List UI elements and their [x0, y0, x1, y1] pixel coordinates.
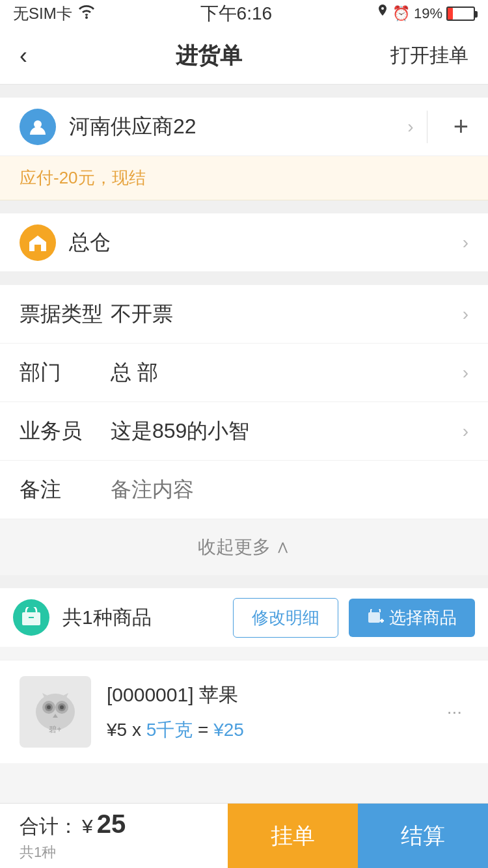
- divider-1: [0, 85, 488, 98]
- status-left: 无SIM卡: [13, 3, 96, 24]
- invoice-row[interactable]: 票据类型 不开票 ›: [0, 285, 488, 344]
- supplier-chevron-icon: ›: [407, 116, 413, 137]
- wifi-icon: [77, 5, 96, 23]
- invoice-card: 票据类型 不开票 ›: [0, 285, 488, 344]
- battery-icon: [446, 7, 475, 21]
- warehouse-card: 总仓 ›: [0, 213, 488, 272]
- svg-point-0: [85, 16, 88, 19]
- select-products-label: 选择商品: [389, 606, 457, 629]
- product-price: ¥5 x 5千克 = ¥25: [107, 718, 441, 742]
- divider-3: [0, 272, 488, 285]
- salesperson-value: 这是859的小智: [111, 417, 463, 446]
- department-label: 部门: [20, 359, 111, 387]
- supplier-name: 河南供应商22: [69, 113, 407, 141]
- product-info: [0000001] 苹果 ¥5 x 5千克 = ¥25: [107, 682, 441, 742]
- salesperson-row[interactable]: 业务员 这是859的小智 ›: [0, 402, 488, 461]
- product-qty: 5千克: [146, 720, 193, 740]
- warehouse-name: 总仓: [69, 228, 463, 257]
- open-pending-button[interactable]: 打开挂单: [390, 42, 468, 69]
- remark-input[interactable]: [111, 478, 468, 502]
- bottom-bar: 合计： ¥ 25 共1种 挂单 结算: [0, 803, 488, 868]
- remark-label: 备注: [20, 476, 111, 504]
- total-sub: 共1种: [20, 843, 208, 862]
- product-thumbnail: 碧+: [20, 676, 91, 748]
- svg-text:碧+: 碧+: [49, 725, 61, 734]
- warehouse-chevron-icon: ›: [463, 232, 468, 253]
- total-currency: ¥: [82, 815, 93, 837]
- invoice-value: 不开票: [111, 300, 463, 329]
- products-count: 共1种商品: [62, 604, 233, 631]
- invoice-label: 票据类型: [20, 300, 111, 329]
- divider-2: [0, 200, 488, 213]
- svg-rect-3: [22, 612, 40, 625]
- products-icon-bg: [13, 599, 49, 636]
- page-title: 进货单: [176, 41, 242, 71]
- warehouse-icon-bg: [20, 224, 56, 261]
- product-equals: =: [193, 720, 213, 740]
- department-card: 部门 总 部 ›: [0, 344, 488, 402]
- carrier-text: 无SIM卡: [13, 3, 72, 24]
- svg-point-13: [47, 705, 51, 709]
- product-unit-price: ¥5 x: [107, 720, 146, 740]
- svg-point-14: [60, 705, 64, 709]
- status-bar: 无SIM卡 下午6:16 ⏰ 19%: [0, 0, 488, 27]
- department-value: 总 部: [111, 359, 463, 387]
- edit-detail-button[interactable]: 修改明细: [233, 598, 338, 638]
- status-time: 下午6:16: [200, 1, 273, 26]
- checkout-button[interactable]: 结算: [358, 804, 488, 868]
- product-title: 苹果: [199, 684, 238, 705]
- total-label: 合计：: [20, 813, 78, 840]
- bottom-total: 合计： ¥ 25 共1种: [0, 804, 228, 868]
- svg-rect-4: [29, 617, 34, 618]
- svg-rect-2: [34, 245, 41, 251]
- salesperson-chevron-icon: ›: [463, 421, 468, 442]
- location-icon: [377, 5, 388, 23]
- notice-bar: 应付-20元，现结: [0, 156, 488, 200]
- supplier-row[interactable]: 河南供应商22 › +: [0, 98, 488, 156]
- product-item: 碧+ [0000001] 苹果 ¥5 x 5千克 = ¥25 ···: [0, 660, 488, 763]
- warehouse-row[interactable]: 总仓 ›: [0, 213, 488, 272]
- collapse-row[interactable]: 收起更多 ∧: [0, 519, 488, 575]
- remark-row: 备注: [0, 461, 488, 519]
- collapse-label: 收起更多 ∧: [198, 537, 291, 557]
- svg-rect-5: [368, 612, 380, 623]
- add-supplier-button[interactable]: +: [441, 112, 468, 141]
- owl-logo: 碧+: [29, 683, 81, 741]
- product-code: [0000001]: [107, 684, 199, 705]
- total-amount: 25: [97, 809, 126, 839]
- divider-4: [0, 575, 488, 588]
- total-main: 合计： ¥ 25: [20, 809, 208, 840]
- back-button[interactable]: ‹: [20, 42, 27, 70]
- invoice-chevron-icon: ›: [463, 304, 468, 325]
- supplier-avatar: [20, 109, 56, 145]
- supplier-card: 河南供应商22 › + 应付-20元，现结: [0, 98, 488, 200]
- product-name: [0000001] 苹果: [107, 682, 441, 709]
- status-right: ⏰ 19%: [377, 5, 475, 23]
- select-products-button[interactable]: 选择商品: [349, 599, 475, 637]
- notice-text: 应付-20元，现结: [20, 168, 146, 187]
- supplier-divider: [427, 111, 427, 143]
- department-chevron-icon: ›: [463, 362, 468, 383]
- department-row[interactable]: 部门 总 部 ›: [0, 344, 488, 402]
- salesperson-label: 业务员: [20, 417, 111, 446]
- products-header: 共1种商品 修改明细 选择商品: [0, 588, 488, 647]
- remark-card: 备注: [0, 461, 488, 519]
- product-total: ¥25: [213, 720, 244, 740]
- battery-text: 19%: [414, 5, 442, 22]
- nav-bar: ‹ 进货单 打开挂单: [0, 27, 488, 85]
- product-more-button[interactable]: ···: [441, 695, 468, 729]
- salesperson-card: 业务员 这是859的小智 ›: [0, 402, 488, 461]
- alarm-icon: ⏰: [392, 5, 410, 22]
- hang-order-button[interactable]: 挂单: [228, 804, 358, 868]
